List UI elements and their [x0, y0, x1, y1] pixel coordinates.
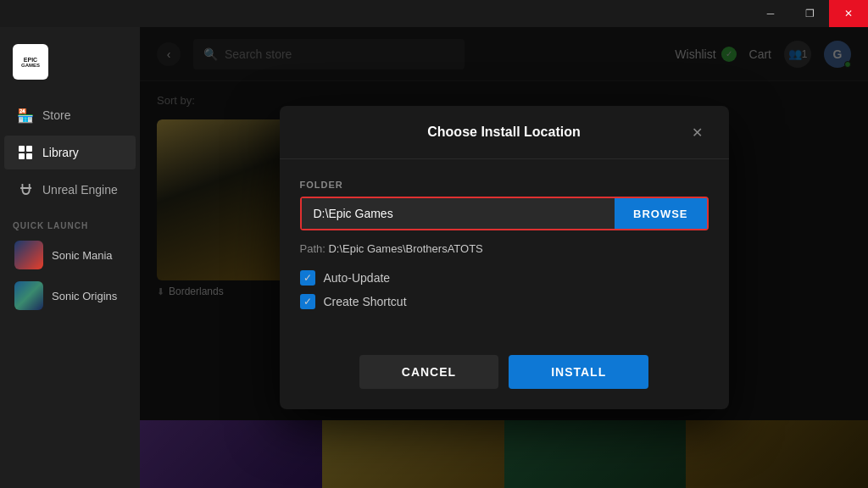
install-location-modal: Choose Install Location ✕ FOLDER BROWSE …	[280, 106, 729, 409]
quick-launch-section-label: QUICK LAUNCH	[0, 208, 140, 235]
modal-close-button[interactable]: ✕	[687, 121, 709, 143]
install-path-display: Path: D:\Epic Games\BrothersATOTS	[300, 242, 709, 255]
quick-launch-sonic-origins[interactable]: Sonic Origins	[4, 276, 136, 315]
store-label: Store	[42, 108, 70, 122]
restore-button[interactable]: ❐	[790, 0, 829, 27]
auto-update-label: Auto-Update	[324, 271, 391, 285]
path-prefix: Path:	[300, 242, 329, 255]
sidebar: EPIC GAMES 🏪 Store Library Ʉ Unreal Engi…	[0, 27, 140, 488]
auto-update-checkbox[interactable]: ✓	[300, 270, 315, 286]
sonic-origins-label: Sonic Origins	[52, 290, 117, 302]
svg-rect-1	[26, 146, 32, 152]
minimize-button[interactable]: ─	[751, 0, 790, 27]
sonic-mania-thumbnail	[14, 241, 43, 269]
create-shortcut-checkbox[interactable]: ✓	[300, 294, 315, 309]
close-button[interactable]: ✕	[829, 0, 868, 27]
epic-logo: EPIC GAMES	[13, 44, 48, 80]
install-button[interactable]: INSTALL	[509, 355, 648, 389]
logo-area: EPIC GAMES	[0, 36, 140, 97]
store-icon: 🏪	[17, 107, 34, 124]
svg-rect-3	[26, 153, 32, 159]
sonic-origins-thumbnail	[14, 281, 43, 310]
sidebar-item-unreal[interactable]: Ʉ Unreal Engine	[4, 173, 136, 207]
create-shortcut-label: Create Shortcut	[324, 295, 407, 308]
modal-header: Choose Install Location ✕	[280, 106, 729, 159]
modal-body: FOLDER BROWSE Path: D:\Epic Games\Brothe…	[280, 159, 729, 338]
folder-input-row: BROWSE	[300, 197, 709, 230]
unreal-label: Unreal Engine	[42, 183, 118, 197]
modal-overlay: Choose Install Location ✕ FOLDER BROWSE …	[140, 27, 868, 488]
create-shortcut-row[interactable]: ✓ Create Shortcut	[300, 294, 709, 309]
app-container: EPIC GAMES 🏪 Store Library Ʉ Unreal Engi…	[0, 27, 868, 488]
svg-rect-2	[19, 153, 25, 159]
folder-field-label: FOLDER	[300, 180, 709, 190]
svg-rect-0	[19, 146, 25, 152]
folder-path-input[interactable]	[302, 198, 615, 229]
sidebar-item-store[interactable]: 🏪 Store	[4, 98, 136, 132]
auto-update-row[interactable]: ✓ Auto-Update	[300, 270, 709, 286]
path-value: D:\Epic Games\BrothersATOTS	[328, 242, 482, 255]
unreal-icon: Ʉ	[17, 181, 34, 198]
browse-button[interactable]: BROWSE	[615, 198, 707, 229]
quick-launch-sonic-mania[interactable]: Sonic Mania	[4, 236, 136, 274]
sidebar-item-library[interactable]: Library	[4, 136, 136, 169]
sonic-mania-label: Sonic Mania	[52, 249, 113, 262]
cancel-button[interactable]: CANCEL	[359, 355, 498, 389]
content-area: ‹ 🔍 Search store Wishlist ✓ Cart 👥 1 G	[140, 27, 868, 488]
modal-footer: CANCEL INSTALL	[280, 338, 729, 409]
modal-title: Choose Install Location	[322, 125, 687, 140]
library-label: Library	[42, 146, 79, 159]
titlebar: ─ ❐ ✕	[0, 0, 868, 27]
library-icon	[17, 144, 34, 161]
